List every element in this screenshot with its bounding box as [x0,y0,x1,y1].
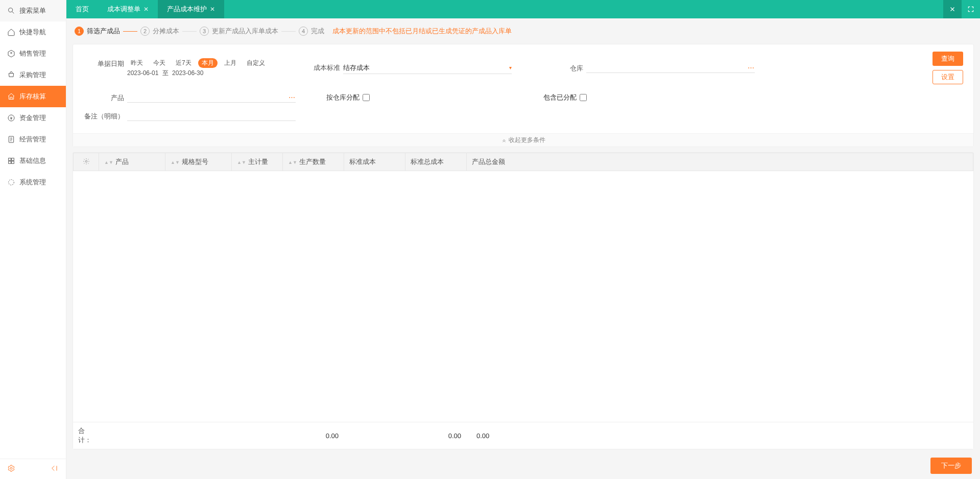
results-table: ▲▼产品 ▲▼规格型号 ▲▼主计量 ▲▼生产数量 标准成本 标准总成本 产品总金… [73,152,974,449]
shape-icon [7,178,15,186]
query-button[interactable]: 查询 [933,52,963,66]
tab-close-icon[interactable]: ✕ [144,6,149,13]
include-allocated-label: 包含已分配 [543,93,577,102]
settings-gear-icon[interactable] [7,464,15,474]
svg-rect-6 [9,161,11,164]
coin-icon [7,114,15,122]
search-icon [7,7,15,15]
date-range-display[interactable]: 2023-06-01 至 2023-06-30 [127,69,269,78]
close-all-tabs-button[interactable] [943,0,962,18]
date-chip-2[interactable]: 近7天 [172,58,195,68]
sidebar-item-3[interactable]: 采购管理 [0,64,66,86]
cost-standard-select[interactable]: 结存成本 ▾ [343,62,512,74]
col-std-total[interactable]: 标准总成本 [405,153,467,171]
steps-warning-note: 成本更新的范围中不包括已月结或已生成凭证的产成品入库单 [332,27,512,36]
tab-1[interactable]: 成本调整单✕ [98,0,158,18]
step-1: 2分摊成本 [140,27,179,36]
wizard-steps: 1筛选产成品2分摊成本3更新产成品入库单成本4完成 成本更新的范围中不包括已月结… [73,23,974,39]
remark-input[interactable] [127,111,296,121]
fullscreen-button[interactable] [962,0,980,18]
home-icon [7,28,15,36]
sidebar: 搜索菜单快捷导航销售管理采购管理库存核算资金管理经营管理基础信息系统管理 [0,0,66,479]
date-chip-4[interactable]: 上月 [221,58,240,68]
svg-point-9 [10,467,12,469]
by-warehouse-label: 按仓库分配 [326,93,360,102]
warehouse-input[interactable]: ⋯ [586,63,755,73]
tag-icon [7,50,15,58]
sidebar-item-2[interactable]: 销售管理 [0,43,66,64]
doc-icon [7,135,15,143]
step-2: 3更新产成品入库单成本 [200,27,278,36]
product-label: 产品 [83,92,124,103]
step-0: 1筛选产成品 [75,27,120,36]
sidebar-item-0[interactable]: 搜索菜单 [0,0,66,21]
svg-point-1 [11,52,12,54]
col-product[interactable]: ▲▼产品 [99,153,165,171]
tab-close-icon[interactable]: ✕ [210,6,215,13]
date-label: 单据日期 [83,58,124,68]
date-chip-0[interactable]: 昨天 [127,58,147,68]
tab-0[interactable]: 首页 [66,0,98,18]
cost-standard-label: 成本标准 [299,62,340,73]
svg-point-0 [9,8,13,12]
svg-rect-7 [12,161,14,164]
chevron-down-icon: ▾ [509,65,512,70]
sidebar-item-5[interactable]: 资金管理 [0,107,66,129]
sidebar-item-6[interactable]: 经营管理 [0,129,66,150]
col-prod-total[interactable]: 产品总金额 [467,153,973,171]
col-spec[interactable]: ▲▼规格型号 [165,153,232,171]
filter-panel: 单据日期 昨天今天近7天本月上月自定义 2023-06-01 至 2023-06… [73,44,974,147]
house-icon [7,92,15,101]
table-body-empty [73,171,973,422]
svg-rect-5 [12,158,14,161]
table-total-row: 合计： 0.00 0.00 0.00 [73,422,973,449]
cart-icon [7,71,15,79]
svg-rect-4 [9,158,11,161]
next-step-button[interactable]: 下一步 [930,458,972,474]
warehouse-lookup-icon[interactable]: ⋯ [748,64,755,71]
date-chip-5[interactable]: 自定义 [243,58,269,68]
sidebar-item-7[interactable]: 基础信息 [0,150,66,172]
svg-point-8 [9,180,14,185]
col-std-cost[interactable]: 标准成本 [344,153,405,171]
include-allocated-checkbox[interactable] [580,94,587,101]
sidebar-item-8[interactable]: 系统管理 [0,172,66,193]
date-chip-1[interactable]: 今天 [150,58,169,68]
by-warehouse-checkbox[interactable] [363,94,370,101]
sidebar-item-1[interactable]: 快捷导航 [0,21,66,43]
grid-icon [7,157,15,165]
product-lookup-icon[interactable]: ⋯ [289,93,296,101]
svg-point-10 [85,160,87,162]
product-input[interactable]: ⋯ [127,92,296,103]
warehouse-label: 仓库 [542,63,583,73]
col-qty[interactable]: ▲▼生产数量 [283,153,344,171]
col-unit[interactable]: ▲▼主计量 [232,153,283,171]
sidebar-item-4[interactable]: 库存核算 [0,86,66,107]
remark-label: 备注（明细） [83,111,124,121]
collapse-sidebar-icon[interactable] [51,464,59,474]
collapse-filters-button[interactable]: 收起更多条件 [73,133,973,147]
column-settings-header[interactable] [74,153,99,171]
settings-button[interactable]: 设置 [933,70,963,84]
step-3: 4完成 [299,27,324,36]
tabs-bar: 首页成本调整单✕产品成本维护✕ [66,0,980,18]
tab-2[interactable]: 产品成本维护✕ [158,0,224,18]
date-chip-3[interactable]: 本月 [198,58,218,68]
